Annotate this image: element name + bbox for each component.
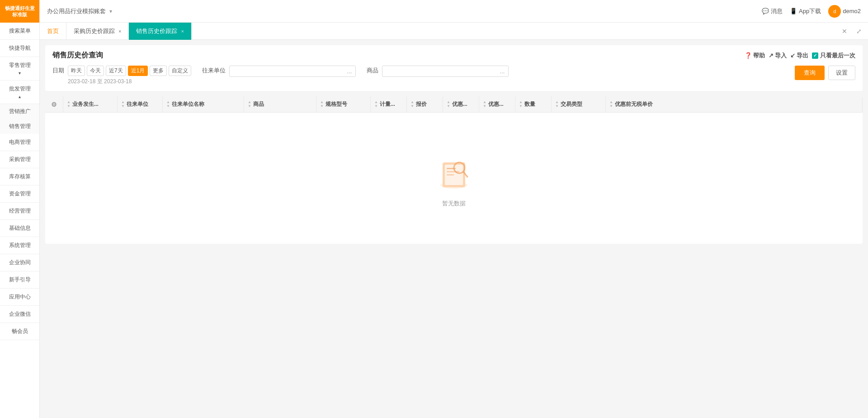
partner-label: 往来单位 [202,66,226,75]
product-label: 商品 [367,66,378,75]
sidebar-wholesale-sub: 营销推广 销售管理 [0,104,39,134]
main-content: 办公用品行业模拟账套 ▾ 💬 消息 📱 App下载 d demo2 首页 [40,0,868,418]
table-header: ⚙ ▲ ▼ 业务发生... ▲ ▼ 往来单位 [45,96,863,113]
date-btn-custom[interactable]: 自定义 [169,66,191,76]
sidebar-item-finance[interactable]: 资金管理 [0,185,39,203]
sidebar-item-wholesale[interactable]: 批发管理 ▴ [0,81,39,104]
date-btn-yesterday[interactable]: 昨天 [68,66,85,76]
export-icon: ↙ [790,52,795,59]
date-btn-7days[interactable]: 近7天 [106,66,126,76]
sort-arrows-biz: ▲ ▼ [67,100,71,108]
help-btn[interactable]: ❓ 帮助 [745,52,765,60]
sidebar-item-ecommerce[interactable]: 电商管理 [0,134,39,151]
sort-arrows-qty: ▲ ▼ [519,100,523,108]
col-spec[interactable]: ▲ ▼ 规格型号 [316,96,371,112]
tab-close-all-btn[interactable]: ✕ [839,26,850,37]
sidebar-item-system[interactable]: 系统管理 [0,237,39,254]
partner-dots: ... [347,68,352,75]
empty-state: 暂无数据 [45,113,863,244]
message-btn[interactable]: 💬 消息 [762,7,783,15]
col-product-label: 商品 [253,100,264,108]
sidebar-item-marketing[interactable]: 营销推广 [0,104,39,119]
page-content: 销售历史价查询 ❓ 帮助 ↗ 导入 ↙ 导出 [40,40,868,418]
sidebar-item-retail[interactable]: 零售管理 ▾ [0,57,39,81]
sidebar-item-guide[interactable]: 新手引导 [0,271,39,289]
tab-sales-history[interactable]: 销售历史价跟踪 × [129,23,191,40]
app-label: App下载 [799,7,821,15]
sidebar-item-wechat[interactable]: 企业微信 [0,306,39,323]
topbar-left: 办公用品行业模拟账套 ▾ [47,7,112,15]
col-price[interactable]: ▲ ▼ 报价 [407,96,443,112]
retail-label: 零售管理 [9,62,31,69]
sidebar-item-search[interactable]: 搜索菜单 [0,23,39,40]
sidebar-item-enterprise[interactable]: 企业协同 [0,254,39,271]
wholesale-label: 批发管理 [9,85,31,93]
import-btn[interactable]: ↗ 导入 [769,52,787,60]
only-last-checkbox[interactable]: 只看最后一次 [812,52,855,60]
tab-home-label: 首页 [47,27,59,35]
sort-arrows-notax: ▲ ▼ [609,100,613,108]
query-btn[interactable]: 查询 [795,66,825,80]
col-discount2-label: 优惠... [488,100,504,108]
sidebar-item-quick-nav[interactable]: 快捷导航 [0,40,39,57]
avatar: d [828,5,841,18]
col-biz-date[interactable]: ▲ ▼ 业务发生... [63,96,118,112]
topbar-title: 办公用品行业模拟账套 [47,7,106,15]
col-notax-price[interactable]: ▲ ▼ 优惠前无税单价 [606,96,863,112]
import-icon: ↗ [769,52,774,59]
sidebar: 畅捷通好生意 标准版 搜索菜单 快捷导航 零售管理 ▾ 批发管理 ▴ 营销推广 … [0,0,40,418]
col-qty-label: 数量 [524,100,535,108]
topbar-dropdown-btn[interactable]: ▾ [109,8,112,14]
sidebar-item-inventory[interactable]: 库存核算 [0,168,39,185]
wholesale-arrow: ▴ [19,94,21,99]
message-label: 消息 [771,7,783,15]
date-range-display: 2023-02-18 至 2023-03-18 [68,78,191,86]
export-btn[interactable]: ↙ 导出 [790,52,808,60]
sidebar-item-operation[interactable]: 经营管理 [0,203,39,220]
col-discount2[interactable]: ▲ ▼ 优惠... [479,96,515,112]
tab-home[interactable]: 首页 [40,23,66,40]
col-partner-name[interactable]: ▲ ▼ 往来单位名称 [163,96,244,112]
topbar: 办公用品行业模拟账套 ▾ 💬 消息 📱 App下载 d demo2 [40,0,868,23]
sidebar-item-purchase[interactable]: 采购管理 [0,151,39,168]
message-icon: 💬 [762,8,769,14]
tab-sales-close[interactable]: × [181,28,184,34]
date-btn-more[interactable]: 更多 [150,66,167,76]
svg-rect-5 [447,174,454,176]
sort-arrows-discount1: ▲ ▼ [447,100,450,108]
tab-purchase-close[interactable]: × [118,28,121,34]
col-settings[interactable]: ⚙ [45,96,63,112]
tab-sales-label: 销售历史价跟踪 [136,27,177,35]
col-qty[interactable]: ▲ ▼ 数量 [515,96,552,112]
sidebar-item-member[interactable]: 畅会员 [0,323,39,340]
date-btn-today[interactable]: 今天 [87,66,104,76]
sort-arrows-partner-name: ▲ ▼ [166,100,170,108]
tab-maximize-btn[interactable]: ⤢ [854,26,864,37]
sidebar-item-sales-mgmt[interactable]: 销售管理 [0,119,39,134]
partner-input[interactable]: ... [229,66,356,77]
sort-arrows-price: ▲ ▼ [410,100,414,108]
date-btn-1month[interactable]: 近1月 [128,66,148,76]
settings-btn[interactable]: 设置 [828,66,855,80]
sidebar-item-basic[interactable]: 基础信息 [0,220,39,237]
col-unit-label: 计量... [380,100,395,108]
sort-arrows-unit: ▲ ▼ [374,100,378,108]
app-download-btn[interactable]: 📱 App下载 [790,7,821,15]
svg-rect-4 [447,171,459,172]
sidebar-item-apps[interactable]: 应用中心 [0,289,39,306]
topbar-right: 💬 消息 📱 App下载 d demo2 [762,5,861,18]
col-trade-type[interactable]: ▲ ▼ 交易类型 [552,96,606,112]
user-btn[interactable]: d demo2 [828,5,861,18]
col-partner[interactable]: ▲ ▼ 往来单位 [118,96,163,112]
help-icon: ❓ [745,52,752,59]
query-panel: 销售历史价查询 ❓ 帮助 ↗ 导入 ↙ 导出 [45,45,863,91]
col-unit[interactable]: ▲ ▼ 计量... [371,96,407,112]
tab-purchase-history[interactable]: 采购历史价跟踪 × [66,23,129,40]
query-btn-group: 查询 设置 [795,66,855,80]
col-product[interactable]: ▲ ▼ 商品 [244,96,316,112]
col-trade-label: 交易类型 [561,100,582,108]
col-discount1[interactable]: ▲ ▼ 优惠... [443,96,479,112]
product-input[interactable]: ... [382,66,509,77]
sort-arrows-trade: ▲ ▼ [555,100,559,108]
sort-arrows-spec: ▲ ▼ [320,100,324,108]
